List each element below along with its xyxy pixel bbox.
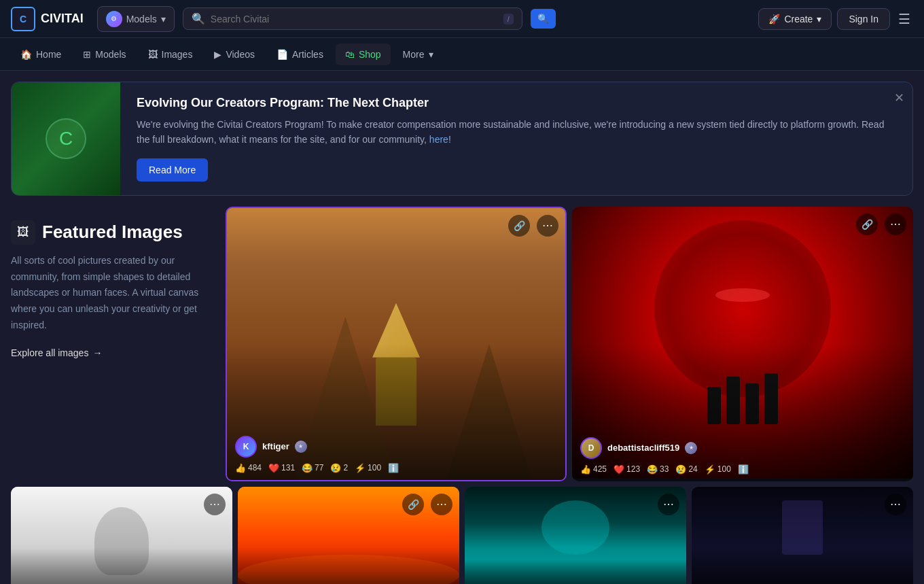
create-button[interactable]: 🚀 Create ▾ [758, 8, 832, 30]
banner-close-button[interactable]: ✕ [894, 90, 904, 105]
author-name-kftiger: kftiger [262, 441, 289, 451]
nav-item-videos[interactable]: ▶ Videos [205, 44, 264, 65]
search-bar: 🔍 / [183, 7, 522, 30]
create-icon: 🚀 [768, 14, 780, 24]
thumbs-icon: 👍 [235, 463, 246, 473]
laugh-icon: 😂 [302, 463, 313, 473]
info-icon: ℹ️ [388, 463, 399, 473]
featured-images-section: 🖼 Featured Images All sorts of cool pict… [0, 201, 924, 481]
bottom-card-overlay-3 [465, 487, 686, 584]
bottom-card-menu-1[interactable]: ⋯ [204, 494, 226, 515]
card-menu-button-2[interactable]: ⋯ [885, 213, 906, 235]
bottom-card-link-2[interactable]: 🔗 [402, 494, 424, 515]
bottom-card-menu-2[interactable]: ⋯ [431, 494, 452, 515]
read-more-button[interactable]: Read More [137, 158, 208, 182]
author-avatar-debattista: D [580, 437, 602, 459]
nav-models-label: Models [95, 49, 126, 60]
nav-item-articles[interactable]: 📄 Articles [267, 44, 333, 65]
bottom-image-dark[interactable]: ⋯ [692, 487, 913, 584]
card-footer-2: D debattistacliff519 ★ 👍 425 ❤️ 123 [572, 430, 913, 481]
search-submit-icon: 🔍 [537, 14, 549, 24]
nav-more-label: More [403, 49, 425, 60]
bottom-image-cyan[interactable]: ⋯ [465, 487, 686, 584]
laugh-icon-2: 😂 [647, 464, 658, 475]
banner-container: C Evolving Our Creators Program: The Nex… [0, 71, 924, 201]
stat-laughs: 😂 77 [302, 463, 323, 473]
bottom-card-menu-4[interactable]: ⋯ [885, 494, 906, 515]
creators-program-banner: C Evolving Our Creators Program: The Nex… [11, 82, 913, 196]
card-link-button-2[interactable]: 🔗 [856, 213, 878, 235]
banner-content: Evolving Our Creators Program: The Next … [120, 82, 912, 195]
stat-energy-2: ⚡ 100 [705, 464, 731, 475]
card-stats-2: 👍 425 ❤️ 123 😂 33 😢 2 [580, 464, 905, 475]
banner-here-link[interactable]: here [429, 134, 448, 145]
stat-crys-2: 😢 24 [675, 464, 697, 475]
banner-text: We're evolving the Civitai Creators Prog… [137, 117, 896, 148]
home-icon: 🏠 [20, 49, 32, 60]
bottom-image-clouds[interactable]: ⋯ 🔗 [238, 487, 459, 584]
articles-icon: 📄 [277, 49, 288, 60]
nav-shop-label: Shop [359, 49, 381, 60]
nav-home-label: Home [36, 49, 61, 60]
bottom-cards-row: ⋯ ⋯ 🔗 ⋯ ⋯ [11, 487, 913, 584]
bottom-image-ink[interactable]: ⋯ [11, 487, 232, 584]
search-kbd: / [503, 14, 514, 24]
thumbs-icon-2: 👍 [580, 464, 591, 475]
stat-hearts: ❤️ 131 [268, 463, 295, 473]
featured-layout: 🖼 Featured Images All sorts of cool pict… [11, 207, 913, 481]
energy-icon: ⚡ [355, 463, 366, 473]
header-right: 🚀 Create ▾ Sign In ☰ [758, 8, 913, 30]
card-footer: K kftiger ★ 👍 484 ❤️ 131 [227, 429, 565, 480]
logo-text: CIVITAI [41, 12, 84, 26]
stat-crys: 😢 2 [330, 463, 348, 473]
banner-logo: C [46, 118, 86, 159]
energy-icon-2: ⚡ [705, 464, 715, 475]
stat-thumbs-2: 👍 425 [580, 464, 607, 475]
featured-image-silhouette[interactable]: ⋯ 🔗 D debattistacliff519 ★ 👍 425 [572, 207, 913, 481]
featured-image-pyramid[interactable]: ⋯ 🔗 K kftiger ★ 👍 484 ❤️ [226, 207, 567, 481]
nav-item-home[interactable]: 🏠 Home [11, 44, 71, 65]
card-menu-button[interactable]: ⋯ [537, 215, 558, 237]
stat-thumbs: 👍 484 [235, 463, 262, 473]
stat-info-2: ℹ️ [738, 464, 749, 475]
card-stats: 👍 484 ❤️ 131 😂 77 😢 2 [235, 463, 557, 473]
bottom-card-overlay-1 [11, 487, 232, 584]
stat-hearts-2: ❤️ 123 [614, 464, 640, 475]
logo[interactable]: C CIVITAI [11, 7, 84, 31]
model-selector[interactable]: ⚙ Models ▾ [97, 6, 175, 32]
card-link-button[interactable]: 🔗 [508, 215, 530, 237]
header: C CIVITAI ⚙ Models ▾ 🔍 / 🔍 🚀 Create ▾ Si… [0, 0, 924, 38]
featured-title: Featured Images [42, 222, 183, 243]
cry-icon: 😢 [330, 463, 341, 473]
hearts-icon-2: ❤️ [614, 464, 624, 475]
create-label: Create [784, 14, 813, 24]
sign-in-button[interactable]: Sign In [837, 8, 890, 30]
explore-all-images-link[interactable]: Explore all images → [11, 347, 215, 358]
nav-item-models[interactable]: ⊞ Models [73, 44, 135, 65]
featured-section-icon: 🖼 [11, 220, 35, 245]
nav-item-more[interactable]: More ▾ [393, 44, 443, 65]
search-input[interactable] [211, 14, 498, 24]
stat-energy: ⚡ 100 [355, 463, 381, 473]
card-author-2: D debattistacliff519 ★ [580, 437, 905, 459]
bottom-card-menu-3[interactable]: ⋯ [658, 494, 679, 515]
model-icon: ⚙ [106, 11, 122, 27]
featured-description: All sorts of cool pictures created by ou… [11, 253, 215, 334]
create-chevron: ▾ [817, 14, 821, 24]
navigation: 🏠 Home ⊞ Models 🖼 Images ▶ Videos 📄 Arti… [0, 38, 924, 71]
nav-item-images[interactable]: 🖼 Images [139, 44, 202, 65]
author-name-debattista: debattistacliff519 [607, 443, 679, 453]
stat-info: ℹ️ [388, 463, 399, 473]
hamburger-menu-button[interactable]: ☰ [895, 8, 913, 30]
explore-arrow-icon: → [92, 347, 102, 358]
model-selector-label: Models [126, 14, 157, 24]
featured-sidebar: 🖼 Featured Images All sorts of cool pict… [11, 207, 215, 358]
card-author: K kftiger ★ [235, 436, 557, 458]
images-icon: 🖼 [148, 49, 158, 60]
search-button[interactable]: 🔍 [531, 9, 556, 29]
nav-images-label: Images [162, 49, 193, 60]
author-badge-kftiger: ★ [295, 441, 307, 453]
model-selector-chevron: ▾ [161, 14, 166, 24]
shop-icon: 🛍 [345, 49, 355, 60]
nav-item-shop[interactable]: 🛍 Shop [336, 44, 391, 65]
